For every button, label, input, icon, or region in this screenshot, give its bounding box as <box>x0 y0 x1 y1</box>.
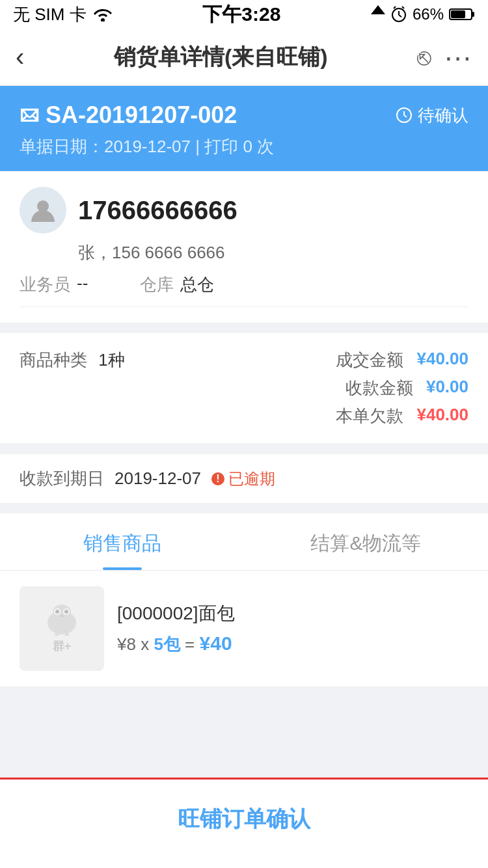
due-date-label: 收款到期日 <box>20 467 104 490</box>
customer-meta: 业务员 -- 仓库 总仓 <box>20 273 468 296</box>
product-price: ¥8 x 5包 = ¥40 <box>117 632 468 656</box>
alarm-icon <box>390 6 407 23</box>
product-qty: 5包 <box>154 634 180 654</box>
deal-amount-row: 成交金额 ¥40.00 <box>336 349 468 372</box>
overdue-label: 已逾期 <box>228 468 275 489</box>
salesperson-item: 业务员 -- <box>20 273 88 296</box>
warehouse-label: 仓库 <box>140 273 174 296</box>
svg-line-10 <box>404 115 407 117</box>
order-date: 单据日期：2019-12-07 | 打印 0 次 <box>20 135 468 158</box>
svg-line-2 <box>399 15 401 17</box>
product-name: [0000002]面包 <box>117 601 468 626</box>
due-date-value: 2019-12-07 <box>115 468 201 489</box>
battery-icon <box>449 8 475 21</box>
warehouse-value: 总仓 <box>180 273 214 296</box>
status-left: 无 SIM 卡 <box>13 3 113 26</box>
more-icon[interactable]: ··· <box>444 41 472 74</box>
customer-phone: 17666666666 <box>78 196 237 225</box>
sim-label: 无 SIM 卡 <box>13 3 87 26</box>
battery-label: 66% <box>413 5 444 23</box>
summary-section: 商品种类 1种 成交金额 ¥40.00 收款金额 ¥0.00 本单欠款 ¥40.… <box>0 333 488 443</box>
owed-amount-value: ¥40.00 <box>416 405 468 427</box>
back-button[interactable]: ‹ <box>16 42 24 72</box>
customer-section: 17666666666 张，156 6666 6666 业务员 -- 仓库 总仓 <box>0 171 488 323</box>
summary-right: 成交金额 ¥40.00 收款金额 ¥0.00 本单欠款 ¥40.00 <box>336 349 468 427</box>
warehouse-item: 仓库 总仓 <box>140 273 214 296</box>
clock-icon <box>396 107 413 124</box>
product-thumbnail: 群+ <box>20 586 104 671</box>
tab-sales-product[interactable]: 销售商品 <box>0 513 244 570</box>
order-header: 🖂 SA-20191207-002 待确认 单据日期：2019-12-07 | … <box>0 86 488 171</box>
salesperson-label: 业务员 <box>20 273 70 296</box>
price-unit: ¥8 <box>117 634 136 654</box>
summary-left: 商品种类 1种 <box>20 349 125 372</box>
collected-amount-row: 收款金额 ¥0.00 <box>346 377 468 400</box>
confirm-button[interactable]: 旺铺订单确认 <box>20 790 468 848</box>
product-total: ¥40 <box>200 632 232 654</box>
avatar <box>20 187 66 234</box>
overdue-icon: ! <box>211 472 224 485</box>
salesperson-value: -- <box>77 273 88 296</box>
tabs-bar: 销售商品 结算&物流等 <box>0 513 488 571</box>
nav-actions: ⎋ ··· <box>417 41 472 74</box>
status-bar: 无 SIM 卡 下午3:28 66% <box>0 0 488 29</box>
avatar-icon <box>29 196 57 224</box>
svg-rect-6 <box>472 12 474 17</box>
bottom-bar: 旺铺订单确认 <box>0 778 488 868</box>
tabs-section: 销售商品 结算&物流等 <box>0 513 488 686</box>
product-kinds: 商品种类 1种 <box>20 349 125 372</box>
deal-amount-value: ¥40.00 <box>416 349 468 372</box>
product-item: 群+ [0000002]面包 ¥8 x 5包 = ¥40 <box>20 586 468 671</box>
multiply-icon: x <box>141 634 149 654</box>
svg-point-16 <box>55 610 59 614</box>
wifi-icon <box>93 7 113 21</box>
product-list: 群+ [0000002]面包 ¥8 x 5包 = ¥40 <box>0 571 488 686</box>
customer-name: 张，156 6666 6666 <box>78 241 468 264</box>
location-icon <box>371 5 385 23</box>
svg-line-4 <box>402 7 404 8</box>
status-right: 66% <box>371 5 475 23</box>
tab-settlement[interactable]: 结算&物流等 <box>244 513 488 570</box>
svg-point-17 <box>64 610 68 614</box>
order-icon: 🖂 <box>20 104 39 126</box>
order-status: 待确认 <box>396 104 468 127</box>
due-section: 收款到期日 2019-12-07 ! 已逾期 <box>0 454 488 503</box>
share-icon[interactable]: ⎋ <box>417 44 431 71</box>
svg-rect-7 <box>451 10 465 18</box>
equals-sign: = <box>185 634 195 654</box>
svg-line-3 <box>394 7 396 8</box>
overdue-badge: ! 已逾期 <box>211 468 275 489</box>
product-info: [0000002]面包 ¥8 x 5包 = ¥40 <box>117 601 468 656</box>
page-title: 销货单详情(来自旺铺) <box>114 42 328 72</box>
order-id: 🖂 SA-20191207-002 <box>20 102 237 129</box>
collected-amount-value: ¥0.00 <box>426 377 468 400</box>
owed-amount-row: 本单欠款 ¥40.00 <box>336 405 468 427</box>
status-time: 下午3:28 <box>202 1 280 28</box>
nav-bar: ‹ 销货单详情(来自旺铺) ⎋ ··· <box>0 29 488 86</box>
product-thumb-owl-icon: 群+ <box>39 603 85 654</box>
